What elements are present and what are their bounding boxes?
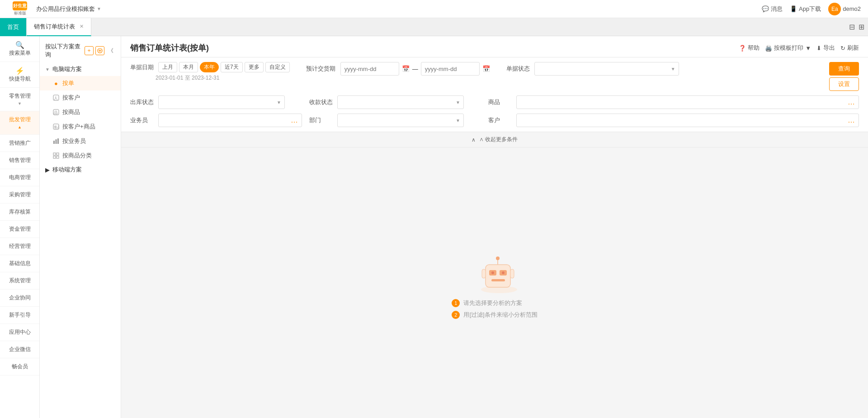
salesman-input[interactable]: … [158, 114, 302, 127]
chevron-up-icon: ∧ [472, 137, 476, 143]
date-btn-this-year[interactable]: 本年 [200, 62, 219, 72]
sidebar-item-search-menu[interactable]: 🔍 搜索菜单 [0, 36, 39, 62]
delivery-status-label: 出库状态 [130, 98, 156, 106]
scheme-group-pc: ▼ 电脑端方案 ● 按单 人 按客户 品 按商品 [40, 62, 121, 163]
tab-restore-button[interactable]: ⊟ [849, 23, 855, 31]
scheme-item-by-salesman[interactable]: 按业务员 [40, 134, 121, 148]
template-print-button[interactable]: 🖨️ 按模板打印 ▼ [765, 44, 811, 52]
sidebar-item-purchase[interactable]: 采购管理 [0, 186, 39, 204]
sidebar-item-ecommerce[interactable]: 电商管理 [0, 169, 39, 186]
collapse-conditions-button[interactable]: ∧ ∧ 收起更多条件 [472, 136, 518, 143]
date-range-display: 2023-01-01 至 2023-12-31 [156, 74, 290, 82]
expected-date-end-input[interactable] [421, 62, 480, 76]
svg-rect-14 [53, 156, 56, 158]
sidebar-item-enterprise[interactable]: 企业协同 [0, 290, 39, 307]
sidebar-item-wechat[interactable]: 企业微信 [0, 341, 39, 358]
topbar-left: 好生意 标准版 办公用品行业模拟账套 ▼ [7, 1, 101, 17]
customer-input[interactable]: … [516, 114, 859, 127]
scheme-item-by-goods[interactable]: 品 按商品 [40, 105, 121, 119]
tab-maximize-button[interactable]: ⊞ [859, 23, 864, 31]
date-btn-this-month[interactable]: 本月 [179, 62, 198, 72]
date-buttons: 上月 本月 本年 近7天 更多 自定义 [158, 62, 290, 72]
user-profile[interactable]: Ea demo2 [828, 3, 861, 15]
goods-input[interactable]: … [516, 95, 859, 109]
chevron-down-icon: ▼ [97, 6, 101, 11]
delivery-status-select[interactable] [158, 95, 285, 109]
scheme-group-pc-header[interactable]: ▼ 电脑端方案 [40, 62, 121, 76]
sidebar-item-newbie[interactable]: 新手引导 [0, 307, 39, 324]
salesman-label: 业务员 [130, 116, 156, 124]
logo-icon: 好生意 [13, 1, 27, 10]
sidebar-item-operations[interactable]: 经营管理 [0, 238, 39, 255]
date-btn-7days[interactable]: 近7天 [221, 62, 243, 72]
goods-label: 商品 [488, 98, 514, 106]
data-area: 1 请先选择要分析的方案 2 用[过滤]条件来缩小分析范围 [121, 147, 868, 418]
refresh-icon: ↻ [840, 45, 845, 52]
expected-date-label: 预计交货期 [306, 65, 338, 73]
sidebar-item-retail[interactable]: 零售管理 ▼ [0, 88, 39, 111]
date-btn-custom[interactable]: 自定义 [265, 62, 290, 72]
print-icon: 🖨️ [765, 45, 772, 52]
sidebar: 🔍 搜索菜单 ⚡ 快捷导航 零售管理 ▼ 批发管理 ▲ 营销推广 销售管理 电商… [0, 36, 40, 418]
scheme-item-by-customer-goods[interactable]: 客品 按客户+商品 [40, 119, 121, 134]
payment-status-label: 收款状态 [309, 98, 335, 106]
status-label: 单据状态 [506, 65, 532, 73]
avatar: Ea [828, 3, 841, 15]
scheme-item-by-customer[interactable]: 人 按客户 [40, 90, 121, 105]
grid-icon [52, 152, 60, 159]
tab-close-icon[interactable]: ✕ [80, 24, 84, 29]
collapse-bar[interactable]: ∧ ∧ 收起更多条件 [121, 132, 868, 147]
sidebar-item-finance[interactable]: 资金管理 [0, 221, 39, 238]
expected-date-start-input[interactable] [340, 62, 399, 76]
sidebar-item-marketing[interactable]: 营销推广 [0, 135, 39, 152]
expected-date-end-wrap: 📅 [421, 62, 490, 76]
settings-button[interactable]: 设置 [829, 77, 859, 91]
svg-text:品: 品 [54, 110, 58, 115]
status-select[interactable] [534, 62, 679, 76]
add-scheme-button[interactable]: + [85, 46, 94, 55]
filter-section: 单据日期 上月 本月 本年 近7天 更多 自定义 2023-01-01 至 20… [121, 57, 868, 132]
svg-rect-17 [486, 265, 510, 287]
refresh-button[interactable]: ↻ 刷新 [840, 44, 859, 52]
app-selector[interactable]: 办公用品行业模拟账套 ▼ [36, 5, 101, 13]
dept-label: 部门 [309, 116, 335, 124]
scheme-group-mobile-header[interactable]: ▶ 移动端方案 [40, 163, 121, 176]
sidebar-item-appcenter[interactable]: 应用中心 [0, 324, 39, 341]
dept-select[interactable] [337, 114, 464, 127]
circle-icon: ● [52, 80, 60, 87]
sidebar-item-inventory[interactable]: 库存核算 [0, 204, 39, 221]
date-btn-more[interactable]: 更多 [245, 62, 264, 72]
scheme-item-by-category[interactable]: 按商品分类 [40, 148, 121, 163]
sidebar-item-membership[interactable]: 畅会员 [0, 358, 39, 375]
sidebar-item-wholesale[interactable]: 批发管理 ▲ [0, 111, 39, 135]
svg-text:客品: 客品 [54, 125, 59, 129]
message-button[interactable]: 💬 消息 [762, 5, 783, 13]
export-button[interactable]: ⬇ 导出 [816, 44, 835, 52]
app-download-button[interactable]: 📱 App下载 [790, 5, 821, 13]
svg-text:人: 人 [54, 96, 58, 100]
left-panel-header: 按以下方案查询 + 《 [40, 40, 121, 62]
query-button[interactable]: 查询 [829, 62, 859, 76]
calendar-icon2: 📅 [482, 65, 490, 72]
sidebar-item-sales[interactable]: 销售管理 [0, 152, 39, 169]
tab-home[interactable]: 首页 [0, 18, 27, 36]
tab-sales-order-stats[interactable]: 销售订单统计表 ✕ [27, 18, 91, 36]
more-icon3: … [848, 116, 855, 124]
collapse-left-panel-button[interactable]: 《 [106, 46, 115, 55]
sidebar-item-basic[interactable]: 基础信息 [0, 255, 39, 272]
export-icon: ⬇ [816, 45, 821, 52]
status-select-wrap: ▼ [534, 62, 679, 76]
help-button[interactable]: ❓ 帮助 [739, 44, 760, 52]
sidebar-item-system[interactable]: 系统管理 [0, 272, 39, 290]
chevron-right-icon: ▶ [45, 166, 50, 173]
sidebar-item-quick-nav[interactable]: ⚡ 快捷导航 [0, 62, 39, 88]
svg-rect-20 [491, 279, 505, 281]
help-icon: ❓ [739, 45, 746, 52]
edit-scheme-button[interactable] [95, 46, 104, 55]
scheme-item-by-order[interactable]: ● 按单 [40, 76, 121, 90]
tabbar: 首页 销售订单统计表 ✕ ⊟ ⊞ [0, 18, 868, 36]
customer-label: 客户 [488, 116, 514, 124]
bar-chart-icon [52, 138, 60, 145]
payment-status-select[interactable] [337, 95, 464, 109]
date-btn-last-month[interactable]: 上月 [158, 62, 177, 72]
